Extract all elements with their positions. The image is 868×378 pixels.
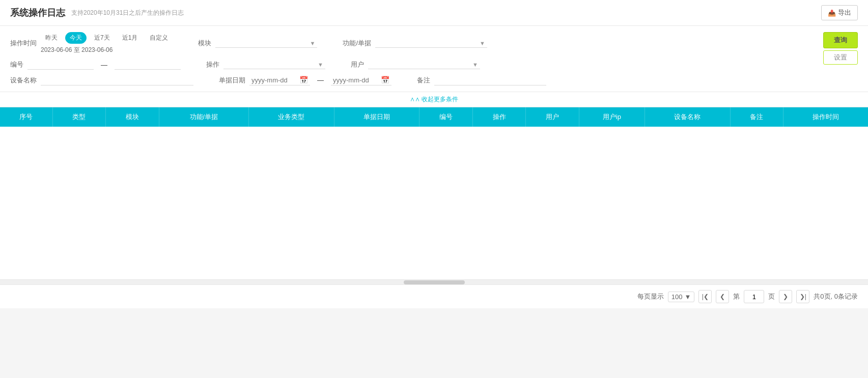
filter-wrapper: 操作时间 昨天 今天 近7天 近1月 自定义 2023-06-06 至 2023…	[10, 32, 858, 85]
filter-function: 功能/单据 ▼	[343, 39, 487, 48]
page-label: 第	[733, 292, 740, 301]
col-number: 编号	[419, 107, 472, 127]
user-label: 用户	[351, 60, 364, 69]
page-unit: 页	[768, 292, 775, 301]
scroll-bar-area[interactable]	[0, 279, 868, 284]
voucher-date-label: 单据日期	[219, 76, 245, 85]
export-button[interactable]: 📤 导出	[821, 5, 858, 20]
first-page-button[interactable]: |❮	[698, 290, 712, 303]
module-label: 模块	[198, 39, 211, 48]
filter-operation-time: 操作时间 昨天 今天 近7天 近1月 自定义 2023-06-06 至 2023…	[10, 32, 173, 54]
number-input-start[interactable]	[27, 60, 94, 70]
number-separator: —	[101, 61, 107, 69]
time-filter: 昨天 今天 近7天 近1月 自定义	[41, 32, 173, 44]
time-btn-yesterday[interactable]: 昨天	[41, 32, 62, 44]
page-subtitle: 支持2020年10月31日之后产生的操作日志	[71, 9, 184, 17]
col-device-name: 设备名称	[645, 107, 730, 127]
number-input-end[interactable]	[115, 60, 181, 70]
filter-module: 模块 ▼	[198, 39, 317, 48]
remark-input[interactable]	[434, 75, 546, 85]
header-left: 系统操作日志 支持2020年10月31日之后产生的操作日志	[10, 7, 184, 19]
calendar-start-icon[interactable]: 📅	[299, 76, 308, 84]
operation-time-label: 操作时间	[10, 39, 37, 48]
collapse-up-icon: ∧∧	[410, 96, 420, 103]
page-size-value: 100	[671, 293, 683, 301]
filter-panel: 操作时间 昨天 今天 近7天 近1月 自定义 2023-06-06 至 2023…	[0, 26, 868, 92]
col-operation: 操作	[472, 107, 525, 127]
col-function: 功能/单据	[159, 107, 248, 127]
page-title: 系统操作日志	[10, 7, 65, 19]
remark-label: 备注	[417, 76, 430, 85]
last-page-button[interactable]: ❯|	[796, 290, 809, 303]
col-index: 序号	[0, 107, 52, 127]
voucher-date-start-group: 📅	[249, 75, 310, 85]
voucher-date-end[interactable]	[333, 76, 379, 84]
filter-row-1: 操作时间 昨天 今天 近7天 近1月 自定义 2023-06-06 至 2023…	[10, 32, 823, 54]
voucher-date-end-group: 📅	[331, 75, 391, 85]
col-type: 类型	[52, 107, 105, 127]
scroll-thumb[interactable]	[404, 280, 465, 284]
filter-columns: 操作时间 昨天 今天 近7天 近1月 自定义 2023-06-06 至 2023…	[10, 32, 823, 85]
table-header: 序号 类型 模块 功能/单据 业务类型 单据日期 编号 操作 用户 用户ip 设…	[0, 107, 868, 127]
export-icon: 📤	[828, 9, 836, 17]
total-info: 共0页, 0条记录	[814, 292, 858, 301]
filter-operation: 操作 ▼	[206, 60, 325, 69]
page-size-arrow: ▼	[684, 293, 691, 301]
user-dropdown-icon: ▼	[472, 62, 478, 68]
empty-area	[0, 127, 868, 279]
table-container: 序号 类型 模块 功能/单据 业务类型 单据日期 编号 操作 用户 用户ip 设…	[0, 107, 868, 279]
operation-label: 操作	[206, 60, 219, 69]
time-filter-block: 昨天 今天 近7天 近1月 自定义 2023-06-06 至 2023-06-0…	[41, 32, 173, 54]
page-header: 系统操作日志 支持2020年10月31日之后产生的操作日志 📤 导出	[0, 0, 868, 26]
col-business-type: 业务类型	[249, 107, 334, 127]
date-range-display: 2023-06-06 至 2023-06-06	[41, 46, 173, 54]
function-dropdown-icon: ▼	[480, 40, 485, 46]
col-remark: 备注	[730, 107, 783, 127]
filter-number: 编号 —	[10, 60, 181, 70]
page-input[interactable]	[744, 290, 764, 303]
query-button[interactable]: 查询	[823, 32, 858, 48]
filter-voucher-date: 单据日期 📅 — 📅	[219, 75, 391, 85]
module-select[interactable]: ▼	[215, 39, 317, 48]
voucher-date-separator: —	[317, 76, 324, 84]
page-size-select[interactable]: 100 ▼	[668, 292, 695, 302]
user-select[interactable]: ▼	[368, 61, 480, 69]
operation-select[interactable]: ▼	[223, 61, 325, 69]
time-btn-7days[interactable]: 近7天	[90, 32, 115, 44]
calendar-end-icon[interactable]: 📅	[381, 76, 389, 84]
filter-user: 用户 ▼	[351, 60, 480, 69]
settings-button[interactable]: 设置	[823, 50, 858, 65]
export-label: 导出	[838, 8, 851, 17]
module-dropdown-icon: ▼	[310, 40, 315, 46]
operation-dropdown-icon: ▼	[318, 62, 323, 68]
filter-row-2: 编号 — 操作 ▼ 用户	[10, 60, 823, 70]
collapse-bar[interactable]: ∧∧ 收起更多条件	[0, 92, 868, 107]
prev-page-button[interactable]: ❮	[716, 290, 729, 303]
filter-remark: 备注	[417, 75, 546, 85]
pagination: 每页显示 100 ▼ |❮ ❮ 第 页 ❯ ❯| 共0页, 0条记录	[0, 284, 868, 308]
data-table: 序号 类型 模块 功能/单据 业务类型 单据日期 编号 操作 用户 用户ip 设…	[0, 107, 868, 127]
col-user: 用户	[526, 107, 579, 127]
col-voucher-date: 单据日期	[334, 107, 419, 127]
device-label: 设备名称	[10, 76, 37, 85]
function-select[interactable]: ▼	[375, 39, 487, 48]
next-page-button[interactable]: ❯	[779, 290, 792, 303]
col-module: 模块	[106, 107, 159, 127]
table-header-row: 序号 类型 模块 功能/单据 业务类型 单据日期 编号 操作 用户 用户ip 设…	[0, 107, 868, 127]
col-operation-time: 操作时间	[783, 107, 868, 127]
time-btn-custom[interactable]: 自定义	[145, 32, 173, 44]
time-btn-1month[interactable]: 近1月	[118, 32, 143, 44]
device-input[interactable]	[41, 75, 193, 85]
filter-row-3: 设备名称 单据日期 📅 — 📅	[10, 75, 823, 85]
filter-device: 设备名称	[10, 75, 193, 85]
per-page-label: 每页显示	[637, 292, 664, 301]
voucher-date-start[interactable]	[251, 76, 297, 84]
function-label: 功能/单据	[343, 39, 371, 48]
time-btn-today[interactable]: 今天	[65, 32, 87, 44]
action-buttons: 查询 设置	[823, 32, 858, 65]
number-label: 编号	[10, 60, 23, 69]
col-user-ip: 用户ip	[579, 107, 645, 127]
collapse-label: 收起更多条件	[422, 96, 458, 103]
